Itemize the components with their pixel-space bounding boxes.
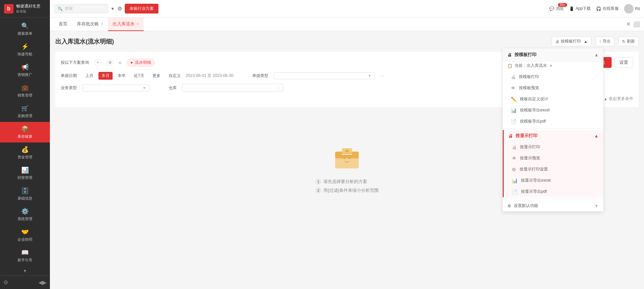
date-label: 单据日期 xyxy=(61,73,77,79)
tab-home[interactable]: 首页 xyxy=(54,18,72,31)
sidebar-item-system[interactable]: ⚙️ 系统管理 xyxy=(0,204,50,225)
display-pdf-label: 按显示导出pdf xyxy=(521,189,547,194)
refresh-button[interactable]: ↻ 刷新 xyxy=(618,36,639,46)
main-content: 🔍 搜索 ▼ ⚙ 体验行业方案 💬 消息 99+ 📱 App下载 🎧 xyxy=(50,0,644,289)
service-icon: 🎧 xyxy=(596,6,601,11)
date-btn-last-7-days[interactable]: 近7天 xyxy=(131,72,147,80)
current-arrow[interactable]: ▼ xyxy=(549,63,553,68)
tab-batch-account-close[interactable]: × xyxy=(101,22,103,26)
sidebar-item-basic[interactable]: 🗄️ 基础信息 xyxy=(0,184,50,204)
export-icon: ↑ xyxy=(599,39,601,44)
warehouse-more-icon[interactable]: ··· xyxy=(276,85,280,90)
settings-button[interactable]: 设置 xyxy=(614,57,633,68)
user-name: Rit xyxy=(635,6,640,11)
sidebar-item-guide[interactable]: 📖 新手引导 xyxy=(0,245,50,266)
svg-point-6 xyxy=(349,158,350,159)
sidebar-item-quick-nav[interactable]: ⚡ 快捷导航 xyxy=(0,40,50,60)
date-btn-current-month[interactable]: 本月 xyxy=(98,72,113,80)
filter-config-button[interactable]: ⚙ xyxy=(107,59,113,66)
download-icon: 📱 xyxy=(569,6,574,11)
doc-type-select[interactable]: ▼ xyxy=(274,72,375,79)
display-excel-item[interactable]: 📊 按显示导出excel xyxy=(504,175,603,186)
date-btn-last-month[interactable]: 上月 xyxy=(82,72,96,80)
tab-maximize-icon[interactable]: ⬜ xyxy=(633,21,640,27)
topbar-search-box[interactable]: 🔍 搜索 xyxy=(54,4,108,13)
date-btn-custom[interactable]: 自定义 xyxy=(166,72,184,80)
template-excel-icon: 📊 xyxy=(511,108,517,113)
template-print-label: 按模板打印 xyxy=(519,74,539,80)
tip-num-2: 2 xyxy=(315,187,321,193)
business-type-arrow: ▼ xyxy=(143,86,146,90)
print-dropdown-header: 🖨 按模板打印 ▲ xyxy=(503,48,603,61)
display-print-label: 按显示打印 xyxy=(520,144,540,150)
tag-icon: ● xyxy=(130,60,133,65)
business-type-select[interactable]: ▼ xyxy=(82,84,150,91)
sidebar-scroll-down[interactable]: ▼ xyxy=(0,266,50,275)
doc-type-more-icon[interactable]: ··· xyxy=(380,73,384,78)
filter-tag-detail[interactable]: ● 流水明细 xyxy=(127,59,155,67)
app-download-button[interactable]: 📱 App下载 xyxy=(569,6,591,11)
sidebar-item-marketing[interactable]: 📢 营销推广 xyxy=(0,60,50,81)
print-header-arrow[interactable]: ▲ xyxy=(594,52,598,57)
page-title: 出入库流水(流水明细) xyxy=(55,37,114,46)
display-pdf-item[interactable]: 📄 按显示导出pdf xyxy=(504,186,603,197)
sidebar-item-label: 营销推广 xyxy=(18,72,32,77)
app-name: 畅捷通好生意 xyxy=(16,3,40,9)
print-template-custom-item[interactable]: ✏️ 模板自定义设计 xyxy=(503,94,603,105)
print-divider-2 xyxy=(503,199,603,199)
display-preview-item[interactable]: 👁 按显示预览 xyxy=(504,153,603,164)
basic-icon: 🗄️ xyxy=(21,187,29,194)
user-profile[interactable]: Rit xyxy=(624,4,640,14)
tab-close-all-icon[interactable]: ✕ xyxy=(626,21,631,27)
topbar-dropdown-chevron[interactable]: ▼ xyxy=(111,6,115,11)
topbar-gear-icon[interactable]: ⚙ xyxy=(117,5,122,12)
refresh-icon: ↻ xyxy=(622,39,625,44)
sidebar-footer: ⚙ ◀▶ xyxy=(0,275,50,289)
template-print-icon: 🖨 xyxy=(511,74,516,80)
display-pdf-icon: 📄 xyxy=(512,189,518,194)
sidebar-item-collab[interactable]: 🤝 企业协同 xyxy=(0,225,50,245)
tip-text-1: 请先选择要分析的方案 xyxy=(323,179,367,185)
doc-type-label: 单据类型 xyxy=(252,73,268,79)
sidebar-item-inventory[interactable]: 📦 库存核算 xyxy=(0,122,50,142)
print-template-print-item[interactable]: 🖨 按模板打印 xyxy=(503,71,603,82)
date-btn-more[interactable]: 更多 xyxy=(149,72,164,80)
online-service-button[interactable]: 🎧 在线客服 xyxy=(596,6,619,11)
filter-collapse-left[interactable]: « xyxy=(119,60,121,65)
set-default-function[interactable]: ⚙ 设置默认功能 ▼ xyxy=(503,200,603,211)
finance-icon: 💰 xyxy=(21,146,29,153)
tab-batch-account[interactable]: 库存批次账 × xyxy=(72,18,108,31)
sidebar-item-finance[interactable]: 💰 资金管理 xyxy=(0,142,50,163)
print-dropdown-arrow[interactable]: ▲ xyxy=(584,39,588,44)
print-template-label: 按模板打印 xyxy=(561,38,581,44)
display-print-item[interactable]: 🖨 按显示打印 xyxy=(504,141,603,153)
message-button[interactable]: 💬 消息 99+ xyxy=(549,6,564,11)
settings-icon[interactable]: ⚙ xyxy=(3,279,8,286)
tab-expand-controls: ✕ ⬜ xyxy=(626,21,640,27)
display-section-arrow[interactable]: ▲ xyxy=(594,133,598,138)
export-button[interactable]: ↑ 导出 xyxy=(595,36,614,46)
marketing-icon: 📢 xyxy=(21,63,29,71)
sidebar-item-operations[interactable]: 📊 经营管理 xyxy=(0,163,50,184)
industry-solution-button[interactable]: 体验行业方案 xyxy=(125,4,158,14)
tab-batch-account-label: 库存批次账 xyxy=(77,21,99,27)
default-func-icon: ⚙ xyxy=(507,204,511,208)
display-settings-item[interactable]: ⚙ 按显示打印设置 xyxy=(504,164,603,175)
sidebar-item-sales[interactable]: 💼 销售管理 xyxy=(0,81,50,101)
filter-add-button[interactable]: + xyxy=(94,59,101,66)
print-template-preview-item[interactable]: 👁 按模板预览 xyxy=(503,82,603,94)
print-template-excel-item[interactable]: 📊 按模板导出excel xyxy=(503,105,603,116)
date-btn-current-year[interactable]: 本年 xyxy=(115,72,129,80)
doc-type-arrow: ▼ xyxy=(368,74,371,78)
sidebar-item-label: 库存核算 xyxy=(18,134,32,139)
print-template-pdf-item[interactable]: 📄 按模板导出pdf xyxy=(503,116,603,127)
header-right: 🖨 按模板打印 ▲ ↑ 导出 ↻ 刷新 xyxy=(552,36,639,46)
collapse-sidebar-icon[interactable]: ◀▶ xyxy=(38,279,47,286)
sidebar-item-search[interactable]: 🔍 搜索菜单 xyxy=(0,19,50,40)
tab-stock-flow[interactable]: 出入库流水 × xyxy=(108,18,144,31)
warehouse-select[interactable]: ··· xyxy=(182,84,283,92)
sidebar-item-purchase[interactable]: 🛒 采购管理 xyxy=(0,101,50,122)
warehouse-label: 仓库 xyxy=(169,85,177,91)
print-template-button[interactable]: 🖨 按模板打印 ▲ xyxy=(552,36,591,46)
tab-stock-flow-close[interactable]: × xyxy=(137,22,139,26)
